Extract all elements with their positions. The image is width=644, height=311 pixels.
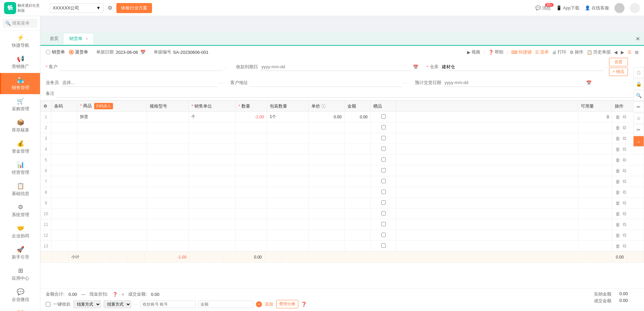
copy-row-button[interactable]: ⧉ (622, 156, 627, 163)
row-qty[interactable] (235, 133, 267, 144)
row-unit-price[interactable] (308, 155, 344, 165)
row-qty[interactable] (235, 144, 267, 155)
price-info-icon[interactable]: ⓘ (321, 104, 326, 109)
customer-addr-input[interactable] (249, 79, 402, 87)
row-product[interactable] (77, 208, 147, 219)
row-pack-qty[interactable] (267, 230, 308, 241)
row-spec[interactable] (147, 187, 189, 198)
row-product[interactable] (77, 198, 147, 208)
amount-input[interactable] (198, 301, 253, 308)
row-unit-price[interactable] (308, 187, 344, 198)
copy-row-button[interactable]: ⧉ (622, 199, 627, 206)
copy-row-button[interactable]: ⧉ (622, 221, 627, 228)
row-unit-price[interactable] (308, 176, 344, 187)
row-unit-price[interactable] (308, 208, 344, 219)
row-product[interactable] (77, 176, 147, 187)
toolbar-shortcut[interactable]: ⌨ 快捷键 (511, 49, 532, 55)
row-unit[interactable] (189, 176, 236, 187)
row-product[interactable] (77, 219, 147, 230)
gift-checkbox[interactable] (381, 200, 386, 205)
sidebar-item-basic-info[interactable]: 📋 基础信息 (0, 179, 40, 200)
avatar2[interactable] (630, 3, 640, 13)
row-pack-qty[interactable] (267, 187, 308, 198)
row-gift[interactable] (371, 198, 396, 208)
row-gift[interactable] (371, 144, 396, 155)
gift-checkbox[interactable] (381, 147, 386, 151)
row-unit-price[interactable] (308, 241, 344, 251)
bank-account-input[interactable] (140, 301, 195, 308)
settings-icon[interactable]: ⚙ (108, 5, 112, 11)
sidebar-item-marketing[interactable]: 📢 营销推广 (0, 52, 40, 73)
row-product[interactable] (77, 155, 147, 165)
expected-delivery-input[interactable] (443, 79, 585, 87)
delete-row-button[interactable]: 🗑 (615, 146, 621, 153)
fee-help-icon[interactable]: ❓ (301, 302, 307, 307)
one-click-payment-checkbox[interactable] (46, 302, 50, 307)
nav-prev-icon[interactable]: ◀ (614, 50, 617, 55)
sidebar-item-collaboration[interactable]: 🤝 企业协同 (0, 221, 40, 242)
sidebar-item-quick-nav[interactable]: ⚡ 快捷导航 (0, 31, 40, 52)
payment-method-select[interactable]: 结算方式 (73, 300, 101, 308)
copy-row-button[interactable]: ⧉ (622, 146, 627, 153)
toolbar-help[interactable]: ❓ 帮助 (488, 49, 503, 55)
toolbar-print[interactable]: 🖨 打印 (552, 49, 566, 55)
sidebar-item-finance[interactable]: 💰 资金管理 (0, 137, 40, 158)
row-unit-price[interactable] (308, 230, 344, 241)
calc-method-select[interactable]: 结算方式 (104, 300, 131, 308)
row-unit-price[interactable] (308, 219, 344, 230)
gift-checkbox[interactable] (381, 157, 386, 162)
row-unit-price[interactable] (308, 165, 344, 176)
row-barcode[interactable] (51, 241, 77, 251)
row-pack-qty[interactable] (267, 144, 308, 155)
row-barcode[interactable] (51, 122, 77, 133)
row-gift[interactable] (371, 208, 396, 219)
message-button[interactable]: 💬 消息 99+ (535, 5, 551, 11)
th-gear[interactable]: ⚙ (41, 101, 51, 112)
delete-row-button[interactable]: 🗑 (615, 210, 621, 217)
copy-row-button[interactable]: ⧉ (622, 124, 627, 131)
grid-view-icon[interactable]: ⊞ (635, 50, 639, 55)
right-sidebar-cut[interactable]: ✂ (633, 124, 644, 135)
online-support-button[interactable]: 👤 在线客服 (585, 5, 609, 11)
row-qty[interactable] (235, 122, 267, 133)
gift-checkbox[interactable] (381, 179, 386, 183)
addr-dots[interactable]: ··· (403, 80, 407, 85)
copy-row-button[interactable]: ⧉ (622, 113, 627, 120)
row-qty[interactable] (235, 241, 267, 251)
row-unit[interactable] (189, 122, 236, 133)
sidebar-item-guide[interactable]: 🚀 新手引导 (0, 242, 40, 264)
copy-row-button[interactable]: ⧉ (622, 167, 627, 174)
right-sidebar-action[interactable]: ⬦ (633, 136, 644, 147)
right-sidebar-search[interactable]: 🔍 (633, 90, 644, 101)
calendar3-icon[interactable]: 📅 (586, 80, 592, 85)
row-product[interactable] (77, 241, 147, 251)
calendar-icon[interactable]: 📅 (140, 50, 146, 55)
row-gift[interactable] (371, 230, 396, 241)
copy-row-button[interactable]: ⧉ (622, 189, 627, 196)
copy-row-button[interactable]: ⧉ (622, 135, 627, 142)
row-unit[interactable] (189, 187, 236, 198)
delete-row-button[interactable]: 🗑 (615, 178, 621, 185)
tab-close-icon[interactable]: × (86, 37, 88, 41)
sidebar-item-system[interactable]: ⚙ 系统管理 (0, 200, 40, 221)
tab-bar-close-icon[interactable]: ✕ (636, 36, 640, 42)
row-pack-qty[interactable] (267, 133, 308, 144)
copy-row-button[interactable]: ⧉ (622, 178, 627, 185)
tab-home[interactable]: 首页 (44, 34, 64, 44)
row-unit[interactable] (189, 241, 236, 251)
scan-button[interactable]: 扫码录入 (94, 103, 113, 109)
salesperson-input[interactable] (60, 79, 217, 87)
row-gift[interactable] (371, 122, 396, 133)
row-pack-qty[interactable] (267, 219, 308, 230)
row-spec[interactable] (147, 241, 189, 251)
warehouse-dots[interactable]: ··· (605, 65, 609, 70)
gift-checkbox[interactable] (381, 211, 386, 216)
sidebar-item-wechat[interactable]: 💬 企业微信 (0, 285, 40, 306)
delete-row-button[interactable]: 🗑 (615, 189, 621, 196)
row-barcode[interactable] (51, 219, 77, 230)
row-qty[interactable]: -1.00 (235, 112, 267, 122)
sidebar-item-purchase[interactable]: 🛒 采购管理 (0, 94, 40, 115)
gift-checkbox[interactable] (381, 190, 386, 194)
row-gift[interactable] (371, 241, 396, 251)
gift-checkbox[interactable] (381, 243, 386, 248)
